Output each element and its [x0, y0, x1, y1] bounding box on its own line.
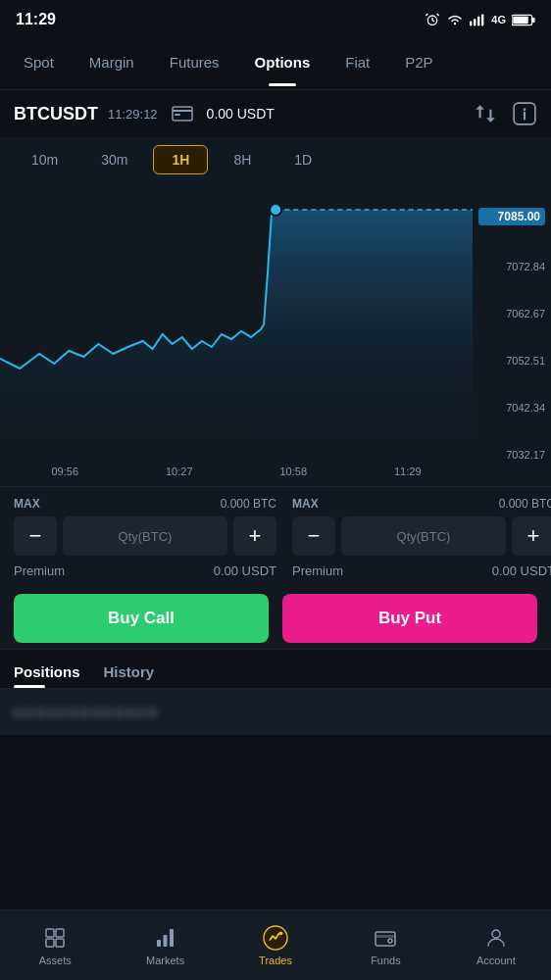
nav-trades[interactable]: Trades — [221, 910, 330, 980]
funds-icon — [373, 925, 398, 951]
chart-canvas — [0, 182, 473, 457]
svg-rect-8 — [477, 17, 479, 26]
right-premium-label: Premium — [292, 564, 343, 578]
svg-point-20 — [270, 204, 281, 216]
price-axis: 7085.00 7072.84 7062.67 7052.51 7042.34 … — [473, 182, 551, 486]
price-3: 7052.51 — [478, 355, 545, 367]
assets-label: Assets — [39, 955, 72, 966]
svg-rect-23 — [46, 939, 54, 947]
assets-icon — [42, 925, 68, 951]
tf-8h[interactable]: 8H — [216, 146, 269, 173]
left-plus-btn[interactable]: + — [233, 516, 276, 556]
bottom-nav: Assets Markets Trades — [0, 909, 551, 980]
tf-1h[interactable]: 1H — [153, 145, 208, 174]
header-balance: 0.00 USDT — [207, 106, 275, 122]
svg-rect-15 — [175, 114, 180, 116]
left-max-row: MAX 0.000 BTC — [14, 497, 276, 511]
price-current: 7085.00 — [478, 208, 545, 225]
nav-funds[interactable]: Funds — [330, 910, 440, 980]
right-minus-btn[interactable]: − — [292, 516, 335, 556]
svg-point-18 — [524, 108, 526, 111]
left-max-value: 0.000 BTC — [221, 497, 276, 511]
left-qty-input[interactable] — [63, 516, 227, 556]
svg-rect-12 — [532, 17, 535, 22]
card-icon[interactable] — [172, 106, 193, 122]
svg-rect-22 — [56, 929, 64, 937]
svg-point-32 — [388, 939, 392, 943]
left-max-label: MAX — [14, 497, 40, 511]
svg-rect-7 — [474, 19, 476, 25]
tab-fiat[interactable]: Fiat — [329, 46, 385, 78]
positions-tabs: Positions History — [0, 649, 551, 688]
left-premium-value: 0.00 USDT — [214, 564, 276, 578]
pair-time: 11:29:12 — [108, 107, 158, 122]
nav-markets[interactable]: Markets — [110, 910, 220, 980]
svg-rect-11 — [513, 16, 527, 24]
tab-futures[interactable]: Futures — [154, 46, 235, 78]
left-qty-row: − + — [14, 516, 276, 556]
svg-point-29 — [279, 931, 283, 935]
tab-positions[interactable]: Positions — [14, 663, 80, 688]
buy-call-button[interactable]: Buy Call — [14, 594, 269, 643]
price-chart-svg — [0, 182, 473, 457]
tab-spot[interactable]: Spot — [8, 46, 70, 78]
price-2: 7062.67 — [478, 308, 545, 319]
right-max-row: MAX 0.000 BTC — [292, 497, 551, 511]
tf-10m[interactable]: 10m — [14, 146, 75, 173]
nav-assets[interactable]: Assets — [0, 910, 110, 980]
account-label: Account — [476, 955, 516, 966]
right-qty-row: − + — [292, 516, 551, 556]
battery-icon — [512, 14, 535, 26]
right-plus-btn[interactable]: + — [512, 516, 551, 556]
funds-label: Funds — [371, 955, 401, 966]
tab-options[interactable]: Options — [239, 46, 326, 78]
svg-point-33 — [492, 930, 500, 938]
info-icon[interactable] — [512, 101, 537, 126]
svg-rect-27 — [170, 929, 174, 947]
time-2: 10:58 — [279, 466, 307, 477]
svg-rect-26 — [163, 935, 167, 947]
svg-rect-30 — [376, 932, 395, 946]
status-bar: 11:29 4G — [0, 0, 551, 35]
left-premium-label: Premium — [14, 564, 65, 578]
svg-line-3 — [426, 14, 428, 16]
action-buttons: Buy Call Buy Put — [14, 594, 537, 643]
wifi-icon — [446, 13, 464, 26]
right-premium-value: 0.00 USDT — [492, 564, 551, 578]
tf-30m[interactable]: 30m — [83, 146, 145, 173]
price-1: 7072.84 — [478, 261, 545, 272]
right-max-value: 0.000 BTC — [499, 497, 551, 511]
alarm-icon — [425, 12, 440, 27]
signal-icon — [470, 13, 485, 26]
svg-point-5 — [454, 23, 456, 24]
right-premium-row: Premium 0.00 USDT — [292, 564, 551, 578]
markets-label: Markets — [146, 955, 184, 966]
price-4: 7042.34 — [478, 402, 545, 414]
svg-rect-31 — [376, 935, 395, 938]
asset-bar: ● ● ● ● ● ● ● ● ● ● ● ● ● — [0, 688, 551, 735]
time-1: 10:27 — [166, 466, 193, 477]
markets-icon — [153, 925, 178, 951]
buy-put-button[interactable]: Buy Put — [282, 594, 537, 643]
tab-p2p[interactable]: P2P — [389, 46, 448, 78]
switch-icon[interactable] — [473, 101, 498, 126]
controls-row: MAX 0.000 BTC − + Premium 0.00 USDT MAX … — [14, 497, 537, 588]
svg-rect-21 — [46, 929, 54, 937]
trading-controls: MAX 0.000 BTC − + Premium 0.00 USDT MAX … — [0, 486, 551, 649]
price-5: 7032.17 — [478, 449, 545, 461]
buy-call-group: MAX 0.000 BTC − + Premium 0.00 USDT — [14, 497, 276, 588]
account-icon — [483, 925, 509, 951]
header-row: BTCUSDT 11:29:12 0.00 USDT — [0, 90, 551, 137]
status-icons: 4G — [425, 12, 535, 27]
nav-account[interactable]: Account — [441, 910, 551, 980]
tab-margin[interactable]: Margin — [74, 46, 150, 78]
pair-name: BTCUSDT — [14, 104, 98, 124]
right-qty-input[interactable] — [341, 516, 506, 556]
trades-label: Trades — [259, 955, 292, 966]
tf-1d[interactable]: 1D — [276, 146, 329, 173]
left-minus-btn[interactable]: − — [14, 516, 57, 556]
asset-blur: ● ● ● ● ● ● ● ● ● ● ● ● ● — [14, 705, 156, 719]
time-0: 09:56 — [51, 466, 78, 477]
svg-rect-6 — [470, 22, 472, 26]
tab-history[interactable]: History — [104, 663, 155, 688]
